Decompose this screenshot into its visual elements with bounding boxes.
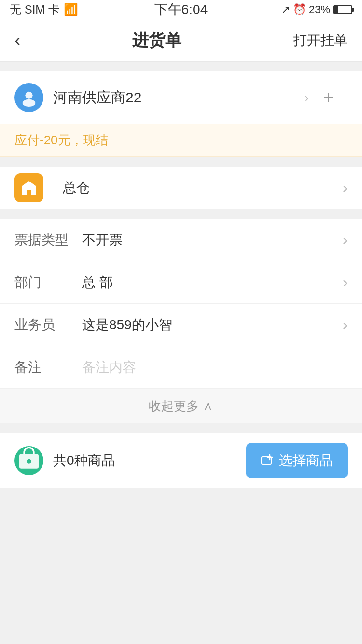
location-icon: ↗ [281,3,290,16]
warehouse-row[interactable]: 总仓 › [0,167,362,209]
invoice-type-value: 不开票 [82,231,343,249]
supplier-avatar [14,83,43,112]
svg-point-0 [25,92,32,99]
invoice-type-chevron-icon: › [343,232,348,248]
supplier-card: 河南供应商22 › + 应付-20元，现结 [0,71,362,157]
salesperson-label: 业务员 [14,316,72,334]
warehouse-label: 总仓 [63,179,343,197]
select-product-button[interactable]: 选择商品 [246,443,348,478]
supplier-chevron-icon: › [304,89,309,106]
back-button[interactable]: ‹ [14,30,20,51]
status-left: 无 SIM 卡 📶 [10,2,78,17]
supplier-main[interactable]: 河南供应商22 › [14,83,309,112]
invoice-type-label: 票据类型 [14,231,72,249]
battery-percent: 23% [309,3,330,16]
supplier-add-button[interactable]: + [309,83,348,112]
carrier-label: 无 SIM 卡 [10,2,60,17]
remark-label: 备注 [14,358,72,377]
department-row[interactable]: 部门 总 部 › [0,261,362,304]
supplier-name: 河南供应商22 [53,88,304,108]
status-bar: 无 SIM 卡 📶 下午6:04 ↗ ⏰ 23% [0,0,362,19]
product-bar: 共0种商品 选择商品 [0,433,362,488]
department-label: 部门 [14,273,72,292]
battery-icon [333,5,352,14]
warehouse-chevron-icon: › [343,180,348,196]
invoice-type-row[interactable]: 票据类型 不开票 › [0,219,362,261]
empty-area [0,488,362,633]
collapse-label: 收起更多 ∧ [149,398,213,415]
collapse-button[interactable]: 收起更多 ∧ [0,389,362,423]
page-title: 进货单 [132,29,181,52]
salesperson-chevron-icon: › [343,317,348,333]
notice-text: 应付-20元，现结 [14,133,108,147]
warehouse-card: 总仓 › [0,167,362,209]
status-time: 下午6:04 [154,0,208,19]
department-chevron-icon: › [343,274,348,291]
svg-point-1 [23,99,36,107]
product-count: 共0种商品 [53,451,246,470]
product-icon [14,446,43,475]
remark-row[interactable]: 备注 备注内容 [0,346,362,389]
section-divider-1 [0,62,362,71]
alarm-icon: ⏰ [293,3,306,16]
select-product-icon [261,454,274,467]
salesperson-row[interactable]: 业务员 这是859的小智 › [0,304,362,346]
wifi-icon: 📶 [64,3,78,16]
notice-bar: 应付-20元，现结 [0,124,362,157]
open-pending-button[interactable]: 打开挂单 [293,31,348,50]
salesperson-value: 这是859的小智 [82,316,343,334]
section-divider-2 [0,157,362,167]
section-divider-3 [0,209,362,219]
svg-point-3 [27,459,31,464]
status-right: ↗ ⏰ 23% [281,3,352,16]
form-card: 票据类型 不开票 › 部门 总 部 › 业务员 这是859的小智 › 备注 备注… [0,219,362,423]
warehouse-icon [14,173,43,202]
nav-bar: ‹ 进货单 打开挂单 [0,19,362,62]
department-value: 总 部 [82,273,343,292]
select-product-label: 选择商品 [279,451,333,470]
remark-placeholder: 备注内容 [82,358,348,377]
supplier-row: 河南供应商22 › + [0,71,362,124]
